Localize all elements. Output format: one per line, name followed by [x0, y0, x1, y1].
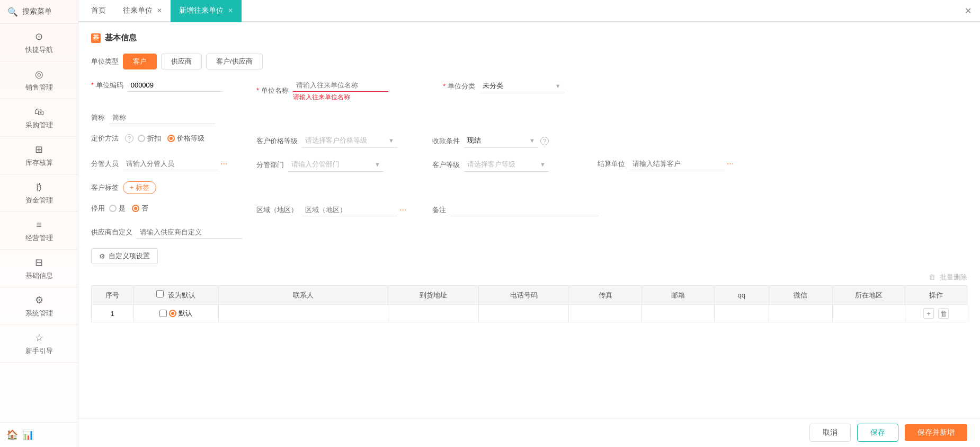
department-label: 分管部门 — [256, 160, 284, 170]
code-name-category-row: 单位编码 单位名称 请输入往来单位名称 单位分类 未分类 ▼ — [91, 79, 967, 102]
manager-field: 分管人员 ··· — [91, 157, 239, 170]
table-col-设为默认: 设为默认 — [133, 286, 218, 305]
wechat-input-0[interactable] — [787, 310, 814, 318]
settlement-unit-dots-button[interactable]: ··· — [727, 159, 734, 169]
sidebar-item-operations[interactable]: ≡经营管理 — [0, 212, 78, 250]
sidebar-item-sales[interactable]: ◎销售管理 — [0, 62, 78, 99]
cell-region-0[interactable] — [833, 305, 905, 322]
tab-close-partner[interactable]: ✕ — [157, 7, 162, 14]
sidebar-item-label: 采购管理 — [25, 120, 53, 130]
cell-qq-0[interactable] — [714, 305, 769, 322]
sidebar-item-quick-nav[interactable]: ⊙快捷导航 — [0, 24, 78, 62]
qq-input-0[interactable] — [731, 310, 752, 318]
manager-dots-button[interactable]: ··· — [220, 159, 227, 169]
unit-type-btn-customer[interactable]: 客户 — [123, 54, 157, 69]
table-select-all-checkbox[interactable] — [156, 290, 164, 297]
add-tag-button[interactable]: + 标签 — [123, 181, 156, 194]
cell-wechat-0[interactable] — [769, 305, 832, 322]
unit-name-field: 单位名称 请输入往来单位名称 — [256, 79, 426, 102]
section-title-icon: 基 — [91, 33, 101, 43]
customer-price-level-placeholder: 请选择客户价格等级 — [305, 136, 367, 145]
tab-close-new-partner[interactable]: ✕ — [228, 7, 233, 14]
customer-price-level-field: 客户价格等级 请选择客户价格等级 ▼ — [256, 134, 415, 148]
sidebar-item-basic-info[interactable]: ⊟基础信息 — [0, 250, 78, 287]
section-title-text: 基本信息 — [105, 33, 137, 43]
remarks-input[interactable] — [450, 204, 599, 216]
default-radio-label-0: 默认 — [179, 309, 192, 318]
disabled-radio-group: 是 否 — [109, 204, 148, 213]
unit-category-select[interactable]: 未分类 ▼ — [479, 79, 564, 93]
close-all-tabs-button[interactable]: ✕ — [960, 6, 976, 16]
disabled-no-radio[interactable]: 否 — [132, 204, 148, 213]
payment-terms-select[interactable]: 现结 ▼ — [464, 134, 538, 148]
payment-terms-arrow: ▼ — [529, 137, 535, 144]
unit-type-btn-both[interactable]: 客户/供应商 — [206, 54, 263, 69]
customer-price-level-select[interactable]: 请选择客户价格等级 ▼ — [302, 134, 397, 148]
unit-code-input[interactable] — [128, 79, 223, 92]
sidebar-item-finance[interactable]: ₿资金管理 — [0, 174, 78, 212]
disabled-label: 停用 — [91, 204, 105, 213]
unit-name-input[interactable] — [293, 79, 388, 92]
customer-tags-label: 客户标签 — [91, 183, 119, 192]
supplier-custom-field: 供应商自定义 — [91, 226, 243, 239]
sidebar-item-system[interactable]: ⚙系统管理 — [0, 287, 78, 325]
tab-new-partner[interactable]: 新增往来单位✕ — [171, 0, 242, 22]
tab-home[interactable]: 首页 — [83, 0, 114, 22]
batch-delete-button[interactable]: 🗑 批量删除 — [91, 273, 967, 282]
sidebar-item-inventory[interactable]: ⊞库存核算 — [0, 137, 78, 174]
cell-address-0[interactable] — [388, 305, 478, 322]
cell-email-0[interactable] — [642, 305, 714, 322]
email-input-0[interactable] — [662, 310, 694, 318]
abbreviation-input[interactable] — [109, 111, 215, 124]
settlement-unit-label: 结算单位 — [598, 159, 625, 169]
cancel-button[interactable]: 取消 — [809, 424, 851, 442]
unit-type-group: 客户供应商客户/供应商 — [123, 54, 263, 69]
tab-partner[interactable]: 往来单位✕ — [114, 0, 171, 22]
customer-price-level-label: 客户价格等级 — [256, 136, 298, 146]
manager-input[interactable] — [123, 157, 218, 170]
fax-input-0[interactable] — [590, 310, 621, 318]
customer-level-select[interactable]: 请选择客户等级 ▼ — [464, 157, 549, 172]
sidebar-item-label: 系统管理 — [25, 309, 53, 318]
unit-type-btn-supplier[interactable]: 供应商 — [161, 54, 202, 69]
row-checkbox-0[interactable] — [159, 310, 167, 317]
phone-input-0[interactable] — [503, 310, 545, 318]
pricing-method-field: 定价方法 ? 折扣 价格等级 — [91, 134, 239, 143]
pricing-help-icon[interactable]: ? — [125, 134, 133, 143]
payment-help-icon[interactable]: ? — [540, 137, 549, 145]
payment-terms-value: 现结 — [467, 136, 481, 145]
area-dots-button[interactable]: ··· — [399, 205, 406, 215]
unit-category-field: 单位分类 未分类 ▼ — [443, 79, 570, 93]
sidebar-search[interactable]: 🔍 搜索菜单 — [0, 0, 78, 24]
add-row-button-0[interactable]: + — [923, 308, 934, 319]
address-input-0[interactable] — [412, 310, 455, 318]
area-field: 区域（地区） ··· — [256, 204, 415, 216]
cell-contact-0[interactable] — [218, 305, 388, 322]
region-input-0[interactable] — [853, 310, 885, 318]
sidebar-item-label: 基础信息 — [25, 271, 53, 281]
table-col-传真: 传真 — [569, 286, 642, 305]
cell-phone-0[interactable] — [478, 305, 569, 322]
contact-input-0[interactable] — [224, 310, 382, 318]
pricing-discount-label: 折扣 — [147, 134, 161, 143]
settlement-unit-input[interactable] — [629, 157, 725, 170]
cell-fax-0[interactable] — [569, 305, 642, 322]
payment-terms-label: 收款条件 — [432, 136, 460, 146]
save-button[interactable]: 保存 — [857, 424, 898, 442]
disabled-yes-radio[interactable]: 是 — [109, 204, 126, 213]
sidebar-item-label: 销售管理 — [25, 83, 53, 92]
unit-type-field: 单位类型 客户供应商客户/供应商 — [91, 54, 263, 69]
supplier-custom-input[interactable] — [137, 226, 243, 239]
disabled-yes-circle — [109, 205, 117, 212]
delete-row-button-0[interactable]: 🗑 — [938, 308, 949, 319]
area-input[interactable] — [302, 204, 397, 216]
sidebar-item-purchase[interactable]: 🛍采购管理 — [0, 99, 78, 137]
main-area: 首页往来单位✕新增往来单位✕ ✕ 基 基本信息 单位类型 客户供应商客户/供应商… — [78, 0, 980, 447]
pricing-discount-radio[interactable]: 折扣 — [138, 134, 161, 143]
guide-icon: ☆ — [33, 331, 46, 344]
custom-settings-button[interactable]: ⚙ 自定义项设置 — [91, 248, 158, 264]
sidebar-item-guide[interactable]: ☆新手引导 — [0, 325, 78, 363]
save-and-new-button[interactable]: 保存并新增 — [905, 424, 967, 441]
pricing-level-radio[interactable]: 价格等级 — [167, 134, 204, 143]
department-select[interactable]: 请输入分管部门 ▼ — [288, 157, 384, 172]
